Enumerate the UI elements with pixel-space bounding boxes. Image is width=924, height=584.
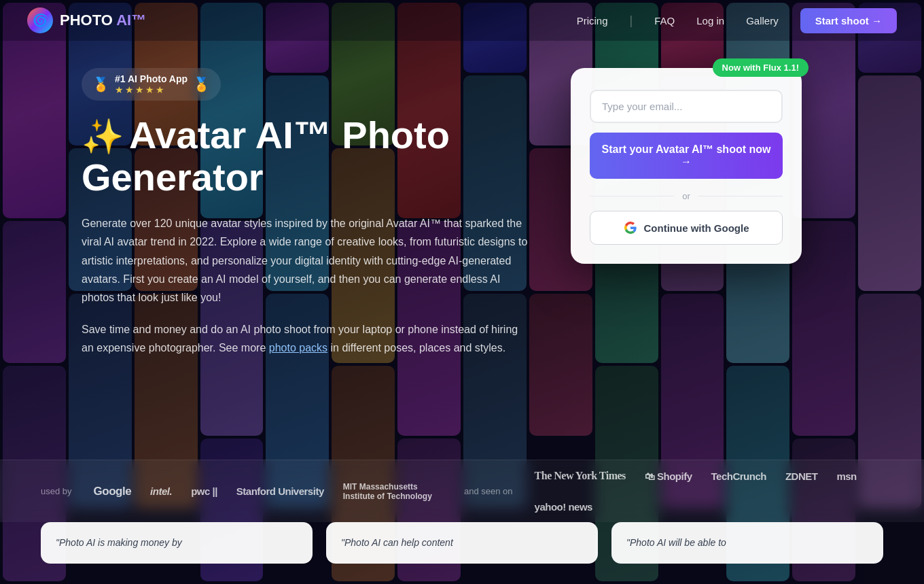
- award-badge: 🏅 #1 AI Photo App ★★★★★ 🏅: [82, 68, 221, 101]
- brand-intel: intel.: [150, 485, 172, 497]
- brand-techcrunch: TechCrunch: [711, 470, 766, 482]
- brand-google: Google: [94, 485, 132, 498]
- or-line-left: [590, 196, 674, 196]
- email-input[interactable]: [590, 90, 783, 123]
- hero-section: 🏅 #1 AI Photo App ★★★★★ 🏅 ✨Avatar AI™ Ph…: [0, 41, 924, 460]
- testimonial-3-text: "Photo AI will be able to: [626, 537, 726, 548]
- google-button-text: Continue with Google: [644, 222, 749, 234]
- testimonial-1: "Photo AI is making money by: [41, 522, 313, 564]
- testimonial-1-text: "Photo AI is making money by: [56, 537, 182, 548]
- hero-title: ✨Avatar AI™ Photo Generator: [82, 114, 530, 198]
- laurel-right: 🏅: [193, 76, 210, 92]
- brand-pwc: pwc ||: [191, 485, 217, 497]
- or-divider: or: [590, 191, 783, 201]
- google-logo-icon: [624, 221, 637, 235]
- nav-faq[interactable]: FAQ: [654, 15, 675, 27]
- brand-logos: Google intel. pwc || Stanford University…: [94, 482, 442, 501]
- start-avatar-button[interactable]: Start your Avatar AI™ shoot now →: [590, 133, 783, 179]
- hero-title-text: Avatar AI™ Photo Generator: [82, 114, 450, 199]
- logo-icon: 🌀: [27, 7, 53, 33]
- testimonials-section: "Photo AI is making money by "Photo AI c…: [0, 522, 924, 584]
- google-svg: [624, 222, 637, 234]
- logo[interactable]: 🌀 PHOTO AI™: [27, 7, 146, 33]
- brand-zdnet: ZDNET: [785, 470, 818, 482]
- brand-shopify: 🛍 Shopify: [645, 470, 692, 482]
- testimonial-2: "Photo AI can help content: [326, 522, 598, 564]
- brand-nyt: The New York Times: [535, 470, 626, 482]
- brand-bar: used by Google intel. pwc || Stanford Un…: [0, 460, 924, 522]
- start-shoot-button[interactable]: Start shoot →: [800, 8, 897, 33]
- testimonial-3: "Photo AI will be able to: [611, 522, 883, 564]
- nav-gallery[interactable]: Gallery: [746, 15, 779, 27]
- sparkle-icon: ✨: [82, 118, 124, 156]
- hero-description: Generate over 120 unique avatar styles i…: [82, 214, 530, 307]
- award-text: #1 AI Photo App: [115, 73, 188, 84]
- or-text: or: [682, 191, 690, 201]
- brand-mit: MIT MassachusettsInstitute of Technology: [343, 482, 432, 501]
- nav-pricing[interactable]: Pricing: [577, 15, 608, 27]
- hero-description2: Save time and money and do an AI photo s…: [82, 320, 530, 357]
- form-card: Start your Avatar AI™ shoot now → or: [571, 68, 802, 264]
- hero-left: 🏅 #1 AI Photo App ★★★★★ 🏅 ✨Avatar AI™ Ph…: [82, 68, 530, 358]
- flux-badge: Now with Flux 1.1!: [713, 58, 808, 77]
- testimonial-2-text: "Photo AI can help content: [341, 537, 453, 548]
- seen-on-label: and seen on: [464, 486, 513, 496]
- stars: ★★★★★: [115, 84, 188, 95]
- navbar: 🌀 PHOTO AI™ Pricing | FAQ Log in Gallery…: [0, 0, 924, 41]
- photo-packs-link[interactable]: photo packs: [269, 342, 327, 354]
- brand-stanford: Stanford University: [236, 485, 324, 497]
- logo-ai: AI™: [116, 12, 146, 29]
- laurel-left: 🏅: [92, 76, 109, 92]
- brand-logos-media: The New York Times 🛍 Shopify TechCrunch …: [535, 470, 883, 513]
- used-by-label: used by: [41, 486, 72, 496]
- brand-yahoo: yahoo! news: [535, 501, 592, 513]
- form-card-wrap: Now with Flux 1.1! Start your Avatar AI™…: [571, 68, 802, 264]
- logo-text: PHOTO AI™: [60, 12, 146, 29]
- nav-login[interactable]: Log in: [696, 15, 724, 27]
- nav-links: Pricing | FAQ Log in Gallery Start shoot…: [577, 8, 897, 33]
- page-wrap: 🌀 PHOTO AI™ Pricing | FAQ Log in Gallery…: [0, 0, 924, 584]
- or-line-right: [698, 196, 783, 196]
- logo-photo: PHOTO: [60, 12, 113, 29]
- google-signin-button[interactable]: Continue with Google: [590, 211, 783, 245]
- brand-msn: msn: [836, 470, 856, 482]
